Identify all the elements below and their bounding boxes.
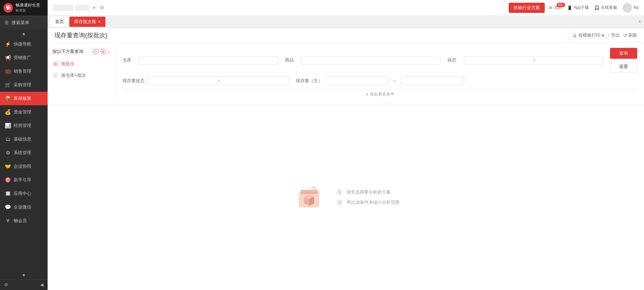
step-1-num: 1 (336, 189, 343, 196)
operations-icon: 📊 (5, 123, 11, 129)
service-icon: 🎧 (594, 5, 599, 10)
online-service-action[interactable]: 🎧 在线客服 (594, 5, 617, 11)
sidebar-item-sales[interactable]: 💼 销售管理 (0, 65, 48, 78)
print-label: 按模板打印 (578, 32, 600, 38)
stock-qty-max-input[interactable] (404, 78, 461, 83)
filter-row-2: 现存量状态 ▾ 现存量（主） — (122, 76, 637, 85)
appstore-icon: 🔲 (5, 191, 11, 197)
dropdown-icon[interactable]: ▾ (93, 5, 96, 10)
sidebar-nav: ⚡ 快捷导航 📢 营销推广 💼 销售管理 🛒 采购管理 📦 库存核算 💰 资金管… (0, 37, 48, 271)
settings-topbar-icon[interactable]: ⚙ (100, 5, 104, 11)
sidebar-item-label: 企业协同 (14, 163, 31, 169)
sidebar-header: 畅 畅康通好生意 标准版 (0, 0, 48, 16)
refresh-label: 刷新 (628, 32, 637, 38)
marketing-icon: 📢 (5, 55, 11, 61)
industry-btn[interactable]: 体验行业方案 (509, 3, 545, 13)
finance-icon: 💰 (5, 109, 11, 115)
sidebar-item-basic[interactable]: 🗂 基础信息 (0, 132, 48, 146)
print-icon: 🖨 (573, 33, 577, 38)
sidebar-item-newuser[interactable]: 🎯 新手引导 (0, 173, 48, 187)
sidebar-item-quick-nav[interactable]: ⚡ 快捷导航 (0, 37, 48, 51)
sidebar-search[interactable]: ☰ 搜索菜单 (0, 16, 48, 30)
inventory-icon: 📦 (5, 95, 11, 102)
breadcrumb (53, 5, 89, 11)
refresh-action[interactable]: ↺ 刷新 (623, 32, 637, 38)
main-area: ▾ ⚙ 体验行业方案 ✉ 消息 99+ 📱 App下载 🎧 在线客服 Rit (48, 0, 644, 290)
sidebar: 畅 畅康通好生意 标准版 ☰ 搜索菜单 ▲ ⚡ 快捷导航 📢 营销推广 💼 销售… (0, 0, 48, 290)
tab-close-all[interactable]: × (638, 19, 641, 25)
form-action-buttons: 查询 设置 (610, 48, 637, 72)
filter-row-1: 仓库 ··· 商品 ··· 状态 (122, 48, 637, 72)
sidebar-item-label: 经营管理 (14, 123, 31, 129)
sidebar-footer: ⚙ ◀ (0, 279, 48, 290)
user-menu[interactable]: Rit (623, 3, 639, 13)
print-dropdown-icon[interactable]: ▾ (602, 33, 604, 38)
sidebar-scroll-up[interactable]: ▲ (0, 30, 48, 37)
product-input[interactable] (304, 58, 434, 63)
filter-sidebar-actions: + ⚙ « (93, 49, 111, 54)
settings-icon[interactable]: ⚙ (4, 282, 8, 287)
messages-action[interactable]: ✉ 消息 99+ (549, 5, 562, 11)
export-label: 导出 (611, 32, 620, 38)
message-icon: ✉ (549, 5, 552, 10)
sidebar-item-system[interactable]: ⚙ 系统管理 (0, 146, 48, 160)
tab-inventory-batch[interactable]: 库存批次账 × (69, 17, 105, 27)
status-select[interactable]: ▾ (464, 56, 603, 65)
sidebar-item-purchase[interactable]: 🛒 采购管理 (0, 78, 48, 92)
print-action[interactable]: 🖨 按模板打印 ▾ (573, 32, 604, 38)
collapse-sidebar-icon[interactable]: ◀ (40, 282, 44, 287)
sidebar-item-corp[interactable]: 🤝 企业协同 (0, 160, 48, 173)
warehouse-input[interactable] (142, 58, 272, 63)
purchase-icon: 🛒 (5, 82, 11, 88)
sidebar-item-label: 采购管理 (14, 82, 31, 88)
sidebar-item-operations[interactable]: 📊 经营管理 (0, 119, 48, 132)
sidebar-scroll-down[interactable]: ▼ (0, 271, 48, 279)
page-header: 现存量查询(按批次) 🖨 按模板打印 ▾ ↑ 导出 ↺ 刷新 (48, 28, 644, 43)
empty-steps: 1 请先选择要分析的方案 2 用过滤条件来缩小分析范围 (336, 189, 400, 206)
filter-settings-icon[interactable]: ⚙ (101, 49, 106, 54)
export-action[interactable]: ↑ 导出 (608, 32, 620, 38)
empty-state-content: 1 请先选择要分析的方案 2 用过滤条件来缩小分析范围 (292, 180, 400, 214)
settings-button[interactable]: 设置 (610, 61, 637, 72)
filter-sidebar-header: 按以下方案查询 + ⚙ « (48, 47, 115, 58)
brand-sub: 标准版 (16, 8, 40, 13)
filter-collapse-icon[interactable]: « (108, 49, 111, 54)
stock-qty-min-input[interactable] (328, 78, 385, 83)
sidebar-item-finance[interactable]: 💰 资金管理 (0, 105, 48, 119)
filter-option-icon-warehouse: ○ (52, 72, 58, 78)
filter-option-icon-batch: ⊙ (52, 61, 58, 67)
online-service-label: 在线客服 (601, 5, 617, 11)
filter-option-label: 按仓库+批次 (61, 72, 86, 78)
sidebar-item-member[interactable]: V 畅会员 (0, 214, 48, 228)
avatar (623, 3, 632, 13)
tab-home-label: 首页 (55, 19, 64, 25)
warehouse-more-icon[interactable]: ··· (272, 58, 275, 62)
warehouse-input-container: ··· (139, 56, 278, 65)
query-button[interactable]: 查询 (610, 48, 637, 59)
filter-form: 仓库 ··· 商品 ··· 状态 (116, 43, 644, 104)
stock-qty-dash: — (391, 78, 398, 83)
page-title: 现存量查询(按批次) (54, 31, 107, 39)
sidebar-item-appstore[interactable]: 🔲 应用中心 (0, 187, 48, 200)
svg-point-6 (311, 186, 317, 192)
user-name: Rit (633, 5, 639, 10)
sidebar-item-wechat[interactable]: 💬 企业微信 (0, 200, 48, 214)
tab-close-icon[interactable]: × (98, 20, 101, 24)
sidebar-item-inventory[interactable]: 📦 库存核算 (0, 92, 48, 105)
stock-status-select[interactable]: ▾ (147, 76, 289, 85)
sales-icon: 💼 (5, 68, 11, 74)
filter-add-icon[interactable]: + (93, 49, 99, 54)
brand-name: 畅康通好生意 (16, 3, 40, 8)
status-chevron-icon: ▾ (533, 58, 600, 62)
filter-option-by-batch[interactable]: ⊙ 按批次 (48, 58, 115, 70)
tab-active-label: 库存批次账 (74, 19, 96, 25)
app-download-action[interactable]: 📱 App下载 (567, 5, 589, 11)
filter-option-by-warehouse-batch[interactable]: ○ 按仓库+批次 (48, 70, 115, 81)
collapse-bar[interactable]: ∧ 收起更多条件 (122, 89, 637, 99)
breadcrumb-placeholder2 (75, 5, 89, 11)
product-more-icon[interactable]: ··· (434, 58, 438, 62)
sidebar-item-marketing[interactable]: 📢 营销推广 (0, 51, 48, 65)
sidebar-item-label: 系统管理 (14, 150, 31, 156)
tab-home[interactable]: 首页 (50, 17, 69, 27)
basic-icon: 🗂 (5, 136, 11, 142)
